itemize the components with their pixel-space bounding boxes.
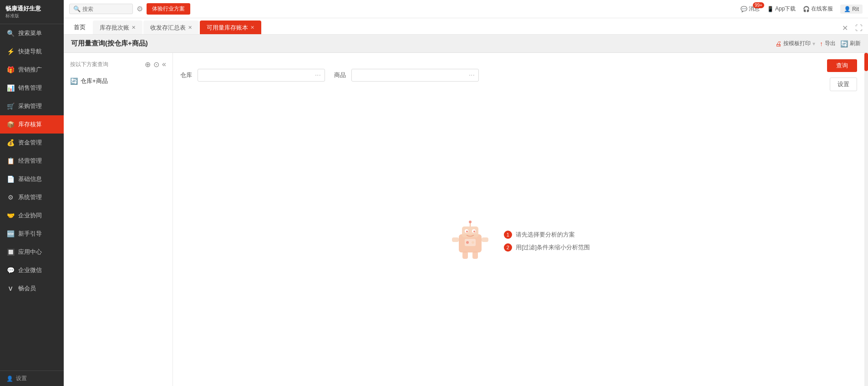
sidebar-bottom[interactable]: 👤 设置: [0, 371, 64, 386]
operations-icon: 📋: [6, 157, 15, 165]
warehouse-input-wrapper[interactable]: ···: [198, 69, 325, 82]
warehouse-input[interactable]: [202, 72, 313, 78]
sidebar-item-system[interactable]: ⚙ 系统管理: [0, 188, 64, 206]
message-button[interactable]: 💬 消息 99+: [741, 5, 760, 13]
search-input[interactable]: [82, 6, 128, 12]
hint-num-2: 2: [504, 243, 512, 252]
tab-available-stock[interactable]: 可用量库存账本 ✕: [200, 21, 261, 34]
settings-scheme-icon[interactable]: ⊙: [153, 60, 159, 69]
sidebar-item-sales[interactable]: 📊 销售管理: [0, 79, 64, 97]
query-area: 按以下方案查询 ⊕ ⊙ « 🔄 仓库+商品: [64, 53, 868, 386]
user-avatar-icon: 👤: [6, 376, 13, 382]
sidebar-item-guide[interactable]: 🆕 新手引导: [0, 225, 64, 243]
tab-available-stock-close[interactable]: ✕: [250, 25, 254, 31]
sidebar-item-inventory[interactable]: 📦 库存核算: [0, 115, 64, 134]
logo-sub: 标准版: [5, 13, 58, 19]
service-icon: 🎧: [803, 6, 810, 12]
user-menu[interactable]: 👤 Rit: [840, 5, 863, 14]
tab-collect-summary[interactable]: 收发存汇总表 ✕: [143, 21, 199, 34]
hint-num-1: 1: [504, 231, 512, 239]
goods-filter-field: 商品 ···: [334, 69, 479, 82]
filter-area: 仓库 ··· 商品 ···: [173, 53, 864, 96]
query-sidebar-title: 按以下方案查询: [70, 61, 108, 68]
topbar-right: 💬 消息 99+ 📱 App下载 🎧 在线客服 👤 Rit: [741, 5, 863, 14]
sidebar-item-cooperation[interactable]: 🤝 企业协同: [0, 206, 64, 225]
sidebar-item-label: 资金管理: [18, 139, 42, 147]
content-header-actions: 🖨 按模板打印 ▾ ↑ 导出 🔄 刷新: [775, 40, 861, 47]
svg-point-7: [469, 221, 472, 223]
app-center-icon: 🔲: [6, 248, 15, 256]
page-title: 可用量查询(按仓库+商品): [71, 39, 148, 48]
export-icon: ↑: [820, 40, 823, 47]
sidebar-item-label: 基础信息: [18, 175, 42, 183]
tab-batch-account[interactable]: 库存批次账 ✕: [93, 21, 142, 34]
sidebar-item-label: 新手引导: [18, 230, 42, 238]
query-sidebar-header: 按以下方案查询 ⊕ ⊙ «: [64, 57, 173, 73]
app-download-button[interactable]: 📱 App下载: [767, 5, 796, 13]
sidebar-item-label: 企业协同: [18, 211, 42, 220]
warehouse-more-icon[interactable]: ···: [315, 71, 321, 79]
topbar-search-box[interactable]: 🔍: [69, 4, 133, 14]
sidebar-item-label: 搜索菜单: [18, 29, 42, 37]
scrollbar-thumb: [864, 53, 868, 71]
query-button[interactable]: 查询: [827, 59, 857, 72]
export-button[interactable]: ↑ 导出: [820, 40, 836, 47]
goods-input[interactable]: [355, 72, 467, 78]
sidebar-item-wechat[interactable]: 💬 企业微信: [0, 261, 64, 279]
trial-button[interactable]: 体验行业方案: [147, 3, 190, 15]
sidebar-item-marketing[interactable]: 🎁 营销推广: [0, 61, 64, 79]
goods-input-wrapper[interactable]: ···: [351, 69, 479, 82]
warehouse-label: 仓库: [180, 71, 194, 79]
scheme-item-warehouse-goods[interactable]: 🔄 仓库+商品: [64, 73, 173, 89]
svg-rect-11: [472, 252, 478, 259]
tab-collect-summary-label: 收发存汇总表: [150, 24, 186, 32]
basic-info-icon: 📄: [6, 175, 15, 183]
message-icon: 💬: [741, 6, 747, 12]
sidebar-item-basic-info[interactable]: 📄 基础信息: [0, 170, 64, 188]
sidebar-item-vip[interactable]: V 畅会员: [0, 279, 64, 298]
empty-illustration: [447, 218, 493, 264]
right-scrollbar[interactable]: [864, 53, 868, 386]
main-area: 🔍 ⚙ 体验行业方案 💬 消息 99+ 📱 App下载 🎧 在线客服 👤 Rit: [64, 0, 868, 386]
setting-button[interactable]: 设置: [830, 77, 857, 91]
sidebar-item-label: 畅会员: [18, 284, 36, 293]
filter-results-area: 仓库 ··· 商品 ···: [173, 53, 864, 386]
content-area: 可用量查询(按仓库+商品) 🖨 按模板打印 ▾ ↑ 导出 🔄 刷新: [64, 35, 868, 386]
sidebar-item-purchase[interactable]: 🛒 采购管理: [0, 97, 64, 115]
refresh-button[interactable]: 🔄 刷新: [840, 40, 861, 47]
content-header: 可用量查询(按仓库+商品) 🖨 按模板打印 ▾ ↑ 导出 🔄 刷新: [64, 35, 868, 53]
search-icon: 🔍: [73, 5, 81, 12]
guide-icon: 🆕: [6, 230, 15, 237]
tab-collect-summary-close[interactable]: ✕: [188, 25, 192, 31]
empty-hints: 1 请先选择要分析的方案 2 用[过滤]条件来缩小分析范围: [504, 231, 590, 252]
service-button[interactable]: 🎧 在线客服: [803, 5, 833, 13]
logo-title: 畅康通好生意: [5, 5, 58, 13]
tab-expand-button[interactable]: ⛶: [853, 22, 864, 34]
gear-icon[interactable]: ⚙: [137, 5, 143, 13]
sidebar-bottom-label: 设置: [16, 375, 27, 382]
sidebar-item-quick-nav[interactable]: ⚡ 快捷导航: [0, 42, 64, 61]
warehouse-filter-field: 仓库 ···: [180, 69, 325, 82]
tab-close-all-button[interactable]: ✕: [840, 22, 850, 34]
query-sidebar: 按以下方案查询 ⊕ ⊙ « 🔄 仓库+商品: [64, 53, 173, 386]
svg-point-5: [473, 231, 475, 232]
tab-batch-account-close[interactable]: ✕: [132, 25, 136, 31]
collapse-icon[interactable]: «: [162, 60, 166, 69]
sidebar-item-finance[interactable]: 💰 资金管理: [0, 134, 64, 152]
print-button[interactable]: 🖨 按模板打印 ▾: [775, 40, 815, 47]
goods-more-icon[interactable]: ···: [469, 71, 475, 79]
tab-home[interactable]: 首页: [67, 21, 92, 34]
filter-row: 仓库 ··· 商品 ···: [180, 59, 857, 91]
search-icon: 🔍: [6, 30, 15, 37]
sidebar-item-label: 快捷导航: [18, 47, 42, 56]
svg-point-4: [466, 231, 468, 232]
sidebar-item-operations[interactable]: 📋 经营管理: [0, 152, 64, 170]
scheme-label: 仓库+商品: [81, 77, 108, 85]
app-icon: 📱: [767, 6, 774, 12]
user-icon: 👤: [844, 6, 851, 12]
add-scheme-icon[interactable]: ⊕: [145, 60, 151, 69]
sidebar-item-label: 营销推广: [18, 66, 42, 74]
sidebar-item-search[interactable]: 🔍 搜索菜单: [0, 24, 64, 42]
sidebar-logo: 畅康通好生意 标准版: [0, 0, 64, 24]
sidebar-item-app-center[interactable]: 🔲 应用中心: [0, 243, 64, 261]
